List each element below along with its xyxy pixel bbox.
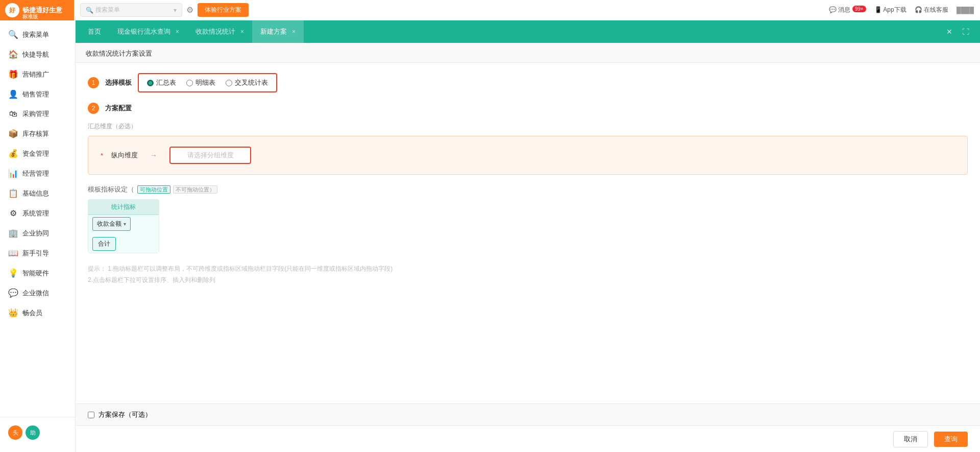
cancel-button[interactable]: 取消: [893, 431, 928, 447]
subtag-row: 合计: [88, 233, 159, 253]
logo-icon: 好: [5, 3, 19, 17]
radio-crosstab-label: 交叉统计表: [235, 78, 268, 87]
gear-icon[interactable]: ⚙: [186, 5, 193, 15]
search-placeholder: 搜索菜单: [95, 6, 120, 14]
step1-badge: 1: [88, 77, 99, 88]
sidebar-item-label: 资金管理: [22, 149, 49, 158]
tab-new-plan-label: 新建方案: [260, 27, 287, 36]
sidebar-item-finance[interactable]: 💰 资金管理: [0, 144, 75, 163]
operation-icon: 📊: [8, 169, 18, 178]
close-window-btn[interactable]: ✕: [943, 26, 955, 38]
radio-detail-input[interactable]: [186, 80, 193, 86]
tab-new-plan[interactable]: 新建方案 ×: [252, 20, 304, 43]
sidebar-item-label: 快捷导航: [22, 50, 49, 59]
sidebar-item-inventory[interactable]: 📦 库存核算: [0, 124, 75, 144]
dimension-section-title: 汇总维度（必选）: [88, 122, 968, 131]
non-draggable-badge: 不可拖动位置）: [173, 185, 217, 194]
arrow-separator: →: [150, 151, 157, 159]
sidebar-item-search-menu[interactable]: 🔍 搜索菜单: [0, 25, 75, 44]
sidebar-item-label: 基础信息: [22, 189, 49, 198]
edition-label: 标准版: [22, 13, 38, 20]
sidebar-item-sales[interactable]: 👤 销售管理: [0, 84, 75, 104]
tab-home[interactable]: 首页: [80, 20, 109, 43]
sidebar-item-label: 经营管理: [22, 169, 49, 178]
sidebar-item-label: 新手引导: [22, 249, 49, 258]
industry-btn[interactable]: 体验行业方案: [198, 3, 249, 17]
amount-tag[interactable]: 收款金额 ▾: [92, 217, 131, 231]
metrics-section: 模板指标设定（ 可拖动位置 不可拖动位置） 统计指标: [88, 185, 968, 253]
logo-area: 好 畅捷通好生意 标准版: [0, 0, 74, 20]
member-icon: 👑: [8, 308, 18, 318]
save-label: 方案保存（可选）: [99, 410, 152, 419]
sidebar-item-guide[interactable]: 📖 新手引导: [0, 243, 75, 263]
sidebar-item-label: 库存核算: [22, 129, 49, 138]
user-name: ████: [957, 7, 974, 14]
sidebar-item-label: 搜索菜单: [22, 30, 49, 39]
sidebar-item-label: 企业协同: [22, 229, 49, 238]
save-checkbox[interactable]: [88, 412, 94, 418]
hints-section: 提示： 1.拖动标题栏可以调整布局，不可跨维度或指标区域拖动栏目字段(只能在同一…: [88, 264, 968, 286]
radio-crosstab-input[interactable]: [226, 80, 232, 86]
smart-hw-icon: 💡: [8, 268, 18, 278]
tab-bank-flow-close[interactable]: ×: [176, 28, 179, 35]
radio-summary[interactable]: 汇总表: [147, 78, 176, 87]
sidebar-item-label: 企业微信: [22, 289, 49, 298]
sidebar-item-wechat[interactable]: 💬 企业微信: [0, 283, 75, 303]
tab-home-label: 首页: [88, 27, 101, 36]
marketing-icon: 🎁: [8, 69, 18, 79]
step1-label: 选择模板: [105, 78, 132, 87]
maximize-window-btn[interactable]: ⛶: [960, 26, 972, 38]
total-subtag: 合计: [92, 237, 116, 251]
radio-summary-input[interactable]: [147, 80, 154, 86]
tab-collection-stat[interactable]: 收款情况统计 ×: [187, 20, 252, 43]
sidebar-item-purchase[interactable]: 🛍 采购管理: [0, 104, 75, 124]
dimension-area: * 纵向维度 → 请选择分组维度: [88, 136, 968, 175]
metrics-setting-label: 模板指标设定（ 可拖动位置 不可拖动位置）: [88, 185, 968, 194]
message-btn[interactable]: 💬 消息 99+: [829, 6, 866, 14]
sidebar-item-label: 销售管理: [22, 90, 49, 99]
home-icon: 🏠: [8, 50, 18, 59]
sidebar-item-label: 采购管理: [22, 109, 49, 118]
service-btn[interactable]: 🎧 在线客服: [915, 6, 948, 14]
sidebar-item-label: 系统管理: [22, 209, 49, 218]
footer-bar: 取消 查询: [76, 425, 980, 452]
radio-detail[interactable]: 明细表: [186, 78, 215, 87]
tab-bank-flow[interactable]: 现金银行流水查询 ×: [109, 20, 187, 43]
sidebar-item-basic-info[interactable]: 📋 基础信息: [0, 183, 75, 203]
sidebar-item-operation[interactable]: 📊 经营管理: [0, 163, 75, 183]
radio-crosstab[interactable]: 交叉统计表: [226, 78, 268, 87]
avatar2: 助: [26, 425, 40, 440]
step2-badge: 2: [88, 103, 99, 114]
stat-label: 统计指标: [88, 200, 159, 215]
message-badge: 99+: [852, 6, 866, 12]
step2-label: 方案配置: [105, 104, 132, 113]
sidebar-item-label: 营销推广: [22, 70, 49, 79]
sidebar-item-member[interactable]: 👑 畅会员: [0, 303, 75, 323]
avatar: 头: [8, 425, 22, 440]
purchase-icon: 🛍: [8, 109, 18, 118]
enterprise-icon: 🏢: [8, 228, 18, 238]
sidebar-item-marketing[interactable]: 🎁 营销推广: [0, 64, 75, 84]
sidebar-item-system[interactable]: ⚙ 系统管理: [0, 203, 75, 223]
search-box[interactable]: 🔍 搜索菜单 ▾: [80, 3, 182, 17]
sidebar-item-quick-nav[interactable]: 🏠 快捷导航: [0, 44, 75, 64]
tab-bank-flow-label: 现金银行流水查询: [117, 27, 170, 36]
query-button[interactable]: 查询: [934, 432, 968, 447]
hint-2: 2.点击标题栏下拉可设置排序、插入列和删除列: [88, 275, 968, 286]
page-title: 收款情况统计方案设置: [76, 43, 980, 63]
sidebar-item-enterprise[interactable]: 🏢 企业协同: [0, 223, 75, 243]
metrics-tag-row: 收款金额 ▾: [88, 215, 159, 233]
select-dimension-btn[interactable]: 请选择分组维度: [169, 147, 251, 164]
sidebar-item-smart-hw[interactable]: 💡 智能硬件: [0, 263, 75, 283]
sales-icon: 👤: [8, 89, 18, 99]
required-star: *: [101, 152, 103, 159]
sidebar-avatar-area[interactable]: 头 助: [0, 421, 75, 444]
tab-collection-stat-label: 收款情况统计: [195, 27, 235, 36]
vertical-dim-label: 纵向维度: [111, 151, 138, 160]
search-menu-icon: 🔍: [8, 30, 18, 39]
metrics-table: 统计指标 收款金额 ▾ 合计: [88, 199, 159, 253]
template-selection-box: 汇总表 明细表 交叉统计表: [138, 73, 277, 92]
tab-collection-stat-close[interactable]: ×: [240, 28, 244, 35]
download-btn[interactable]: 📱 App下载: [874, 6, 906, 14]
tab-new-plan-close[interactable]: ×: [292, 28, 296, 35]
